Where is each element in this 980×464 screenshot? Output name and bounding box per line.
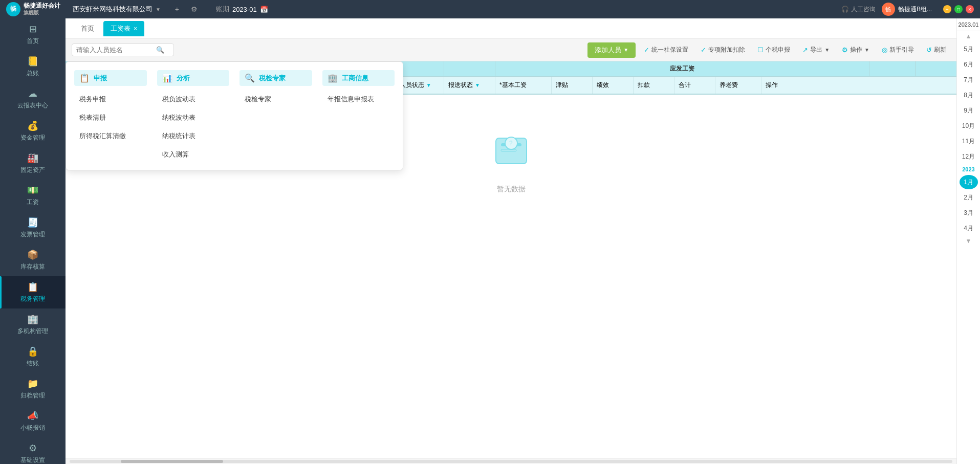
menu-item-tax-declaration[interactable]: 税务申报 [74, 92, 147, 106]
no-data-image: ? [486, 125, 537, 176]
month-4[interactable]: 4月 [960, 221, 978, 235]
win-minimize-btn[interactable]: − [943, 5, 951, 13]
settings-icon[interactable]: ⚙ [188, 3, 201, 15]
user-area[interactable]: 畅 畅捷通B组... [882, 3, 932, 16]
sidebar-item-label: 首页 [27, 37, 39, 46]
win-maximize-btn[interactable]: □ [954, 5, 963, 13]
tax-expert-section: 🔍 税检专家 税检专家 [239, 70, 312, 162]
business-info-section: 🏢 工商信息 年报信息申报表 [322, 70, 395, 162]
menu-item-tax-stats[interactable]: 纳税统计表 [157, 129, 230, 143]
refresh-action[interactable]: ↺ 刷新 [922, 43, 950, 56]
sidebar-item-inventory[interactable]: 📦 库存核算 [0, 244, 66, 276]
period-label: 账期 [216, 5, 229, 14]
month-2[interactable]: 2月 [960, 190, 978, 205]
th-report-status-top [444, 61, 495, 76]
menu-item-annual-report[interactable]: 年报信息申报表 [322, 92, 395, 106]
search-icon[interactable]: 🔍 [156, 46, 164, 54]
th-performance: 绩效 [593, 77, 634, 94]
sidebar-item-fund[interactable]: 💰 资金管理 [0, 115, 66, 147]
th-allowance: 津贴 [552, 77, 593, 94]
month-5[interactable]: 5月 [960, 42, 978, 56]
tax-dropdown-menu: 📋 申报 税务申报 税表清册 所得税汇算清缴 📊 分析 税负波动表 纳税波动表 … [66, 61, 403, 170]
menu-item-tax-burden[interactable]: 税负波动表 [157, 92, 230, 106]
sidebar-item-archive[interactable]: 📁 归档管理 [0, 373, 66, 405]
declaration-icon: 📋 [79, 73, 90, 83]
social-security-icon: ✓ [644, 46, 649, 54]
th-action-top [916, 61, 956, 76]
operation-icon: ⚙ [842, 46, 848, 54]
svg-rect-2 [501, 149, 516, 151]
sidebar-item-ledger[interactable]: 📒 总账 [0, 51, 66, 83]
operation-label: 操作 [850, 46, 862, 54]
menu-item-income-calc[interactable]: 收入测算 [157, 147, 230, 162]
sidebar-item-closing[interactable]: 🔒 结账 [0, 341, 66, 373]
app-badge: 旗舰版 [24, 9, 60, 16]
horizontal-scrollbar[interactable] [66, 458, 956, 464]
payroll-icon: 💵 [27, 185, 38, 196]
window-controls: − □ × [943, 5, 974, 13]
svg-text:?: ? [509, 140, 513, 147]
operation-action[interactable]: ⚙ 操作 ▼ [838, 43, 874, 56]
app-title: 畅捷通好会计 [24, 2, 60, 9]
tab-close-icon[interactable]: × [134, 25, 137, 32]
right-panel-scroll-up[interactable]: ▲ [960, 31, 978, 41]
month-3[interactable]: 3月 [960, 206, 978, 220]
sidebar-item-fixed-assets[interactable]: 🏭 固定资产 [0, 147, 66, 180]
report-status-filter-icon[interactable]: ▼ [475, 82, 480, 88]
menu-item-tax-settlement[interactable]: 所得税汇算清缴 [74, 129, 147, 143]
support-button[interactable]: 🎧 人工咨询 [841, 5, 876, 14]
tax-icon: 📋 [27, 281, 38, 293]
tax-return-action[interactable]: ☐ 个税申报 [753, 43, 794, 56]
main-layout: ⊞ 首页 📒 总账 ☁ 云报表中心 💰 资金管理 🏭 固定资产 💵 工资 🧾 发… [0, 18, 980, 464]
export-action[interactable]: ↗ 导出 ▼ [798, 43, 834, 56]
headset-icon: 🎧 [841, 6, 849, 13]
search-input[interactable] [76, 46, 153, 54]
user-avatar: 畅 [882, 3, 895, 16]
sidebar-item-xiaochang[interactable]: 📣 小畅报销 [0, 405, 66, 437]
special-deduction-action[interactable]: ✓ 专项附加扣除 [696, 43, 749, 56]
sidebar-item-multi-org[interactable]: 🏢 多机构管理 [0, 308, 66, 341]
period-calendar-icon[interactable]: 📅 [260, 6, 268, 13]
toolbar: 🔍 添加人员 ▼ ✓ 统一社保设置 ✓ 专项附加扣除 ☐ 个税申报 ↗ 导出 [66, 39, 956, 61]
sidebar-item-basic-settings[interactable]: ⚙ 基础设置 [0, 437, 66, 464]
month-6[interactable]: 6月 [960, 57, 978, 72]
status-filter-icon[interactable]: ▼ [426, 82, 431, 88]
multi-org-icon: 🏢 [27, 314, 38, 325]
sidebar-item-invoice[interactable]: 🧾 发票管理 [0, 212, 66, 244]
add-icon[interactable]: + [171, 3, 183, 15]
month-7[interactable]: 7月 [960, 73, 978, 87]
sidebar-item-tax[interactable]: 📋 税务管理 [0, 276, 66, 308]
month-1-active[interactable]: 1月 [960, 175, 978, 189]
export-label: 导出 [810, 46, 822, 54]
xiaochang-icon: 📣 [27, 410, 38, 422]
month-9[interactable]: 9月 [960, 103, 978, 118]
menu-item-tax-payment[interactable]: 纳税波动表 [157, 111, 230, 125]
sidebar-item-home[interactable]: ⊞ 首页 [0, 18, 66, 51]
add-btn-chevron-icon: ▼ [623, 47, 628, 53]
th-social-top [869, 61, 916, 76]
tax-return-icon: ☐ [757, 46, 764, 54]
sidebar-item-payroll[interactable]: 💵 工资 [0, 180, 66, 212]
right-panel-scroll-down[interactable]: ▼ [960, 236, 978, 246]
tab-payroll[interactable]: 工资表 × [103, 21, 144, 36]
social-security-action[interactable]: ✓ 统一社保设置 [640, 43, 692, 56]
guide-label: 新手引导 [889, 46, 914, 54]
tax-return-label: 个税申报 [766, 46, 790, 54]
company-selector[interactable]: 西安虾米网络科技有限公司 ▼ [73, 5, 161, 14]
month-11[interactable]: 11月 [960, 134, 978, 148]
right-panel-header: 2023.01 [957, 18, 980, 31]
menu-item-tax-form[interactable]: 税表清册 [74, 111, 147, 125]
guide-action[interactable]: ◎ 新手引导 [878, 43, 918, 56]
tab-home[interactable]: 首页 [74, 21, 101, 36]
win-close-btn[interactable]: × [966, 5, 974, 13]
sidebar-item-cloud-report[interactable]: ☁ 云报表中心 [0, 83, 66, 115]
scrollbar-thumb[interactable] [121, 460, 223, 463]
month-10[interactable]: 10月 [960, 119, 978, 133]
month-8[interactable]: 8月 [960, 88, 978, 102]
menu-item-tax-expert[interactable]: 税检专家 [239, 92, 312, 106]
add-person-button[interactable]: 添加人员 ▼ [587, 42, 636, 58]
fund-icon: 💰 [27, 120, 38, 131]
closing-icon: 🔒 [27, 346, 38, 357]
month-12[interactable]: 12月 [960, 149, 978, 164]
home-icon: ⊞ [29, 24, 37, 35]
